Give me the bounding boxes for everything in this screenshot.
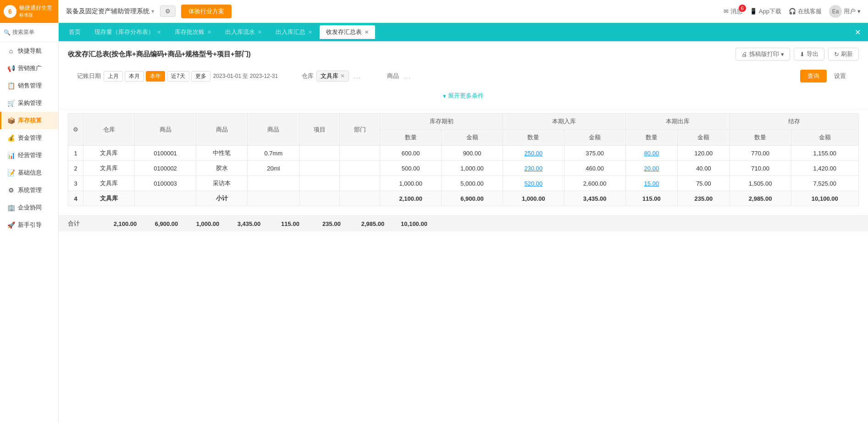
project-col-header: 项目 — [299, 114, 340, 146]
row-no: 4 — [68, 191, 83, 206]
settings-gear-button[interactable]: ⚙ — [160, 5, 176, 17]
user-button[interactable]: Ea 用户 ▾ — [829, 5, 861, 18]
sidebar-item-operations[interactable]: 📊 经营管理 — [0, 147, 58, 164]
bottom-total-bar: 合计 2,100.00 6,900.00 1,000.00 3,435.00 1… — [59, 215, 868, 231]
sidebar-item-marketing[interactable]: 📢 营销推广 — [0, 60, 58, 77]
print-button[interactable]: 🖨 拣稿版打印 ▾ — [735, 48, 790, 60]
query-button[interactable]: 查询 — [800, 70, 827, 82]
tab-stock-dist[interactable]: 现存量（库存分布表） ✕ — [88, 25, 167, 39]
row-in-qty-link[interactable]: 250.00 — [524, 150, 542, 157]
row-out-qty[interactable]: 20.00 — [625, 161, 678, 176]
out-amt-header: 金额 — [678, 130, 730, 146]
warehouse-tag-close[interactable]: ✕ — [340, 73, 345, 79]
opening-group-header: 库存期初 — [380, 114, 503, 130]
sidebar-item-quick-nav[interactable]: ⌂ 快捷导航 — [0, 42, 58, 60]
message-button[interactable]: ✉ 6 消息 — [724, 7, 742, 16]
tab-batch-close[interactable]: ✕ — [207, 29, 211, 35]
sidebar-item-basic-info[interactable]: 📝 基础信息 — [0, 164, 58, 181]
more-dates-btn[interactable]: 更多 — [191, 71, 210, 82]
sidebar-item-inventory[interactable]: 📦 库存核算 — [0, 112, 58, 129]
row-project — [299, 146, 340, 161]
closing-qty-header: 数量 — [730, 130, 791, 146]
goods-name-col-header: 商品 — [196, 114, 247, 146]
tab-stock-dist-close[interactable]: ✕ — [157, 29, 161, 35]
row-out-qty[interactable]: 15.00 — [625, 176, 678, 191]
warehouse-more-dots[interactable]: ... — [352, 73, 363, 80]
out-group-header: 本期出库 — [625, 114, 730, 130]
sidebar-item-label: 销售管理 — [18, 82, 42, 90]
sidebar-item-guide[interactable]: 🚀 新手引导 — [0, 216, 58, 234]
row-in-qty-link[interactable]: 520.00 — [524, 180, 542, 187]
page-title-row: 收发存汇总表(按仓库+商品编码+商品+规格型号+项目+部门) 🖨 拣稿版打印 ▾… — [68, 48, 859, 60]
tab-recv-send[interactable]: 收发存汇总表 ✕ — [320, 25, 375, 39]
row-goods-name: 小计 — [196, 191, 247, 206]
last-7-days-btn[interactable]: 近7天 — [167, 71, 189, 82]
tab-batch[interactable]: 库存批次账 ✕ — [168, 25, 218, 39]
online-support-label: 在线客服 — [798, 7, 822, 16]
building-icon: 🏢 — [7, 204, 15, 211]
tab-inout-flow-close[interactable]: ✕ — [258, 29, 262, 35]
total-out-qty: 115.00 — [270, 220, 311, 227]
system-title-container[interactable]: 装备及固定资产辅助管理系统 ▾ — [66, 7, 155, 16]
sidebar-item-sales[interactable]: 📋 销售管理 — [0, 77, 58, 94]
department-col-header: 部门 — [340, 114, 380, 146]
table-settings-header[interactable]: ⚙ — [68, 114, 83, 146]
this-month-btn[interactable]: 本月 — [125, 71, 144, 82]
tab-recv-send-label: 收发存汇总表 — [326, 28, 362, 36]
sidebar-item-purchase[interactable]: 🛒 采购管理 — [0, 94, 58, 112]
sidebar-item-system[interactable]: ⚙ 系统管理 — [0, 181, 58, 199]
export-icon: ⬇ — [800, 51, 805, 58]
goods-more-dots[interactable]: ... — [402, 73, 413, 80]
app-download-button[interactable]: 📱 App下载 — [750, 7, 781, 16]
row-in-qty[interactable]: 520.00 — [503, 176, 564, 191]
tab-home[interactable]: 首页 — [62, 25, 87, 39]
sidebar-item-finance[interactable]: 💰 资金管理 — [0, 129, 58, 147]
page-content: 收发存汇总表(按仓库+商品编码+商品+规格型号+项目+部门) 🖨 拣稿版打印 ▾… — [59, 41, 868, 423]
tab-inout-summary-close[interactable]: ✕ — [308, 29, 312, 35]
print-icon: 🖨 — [741, 51, 747, 58]
sidebar-item-enterprise[interactable]: 🏢 企业协同 — [0, 199, 58, 216]
row-out-qty: 115.00 — [625, 191, 678, 206]
online-support-button[interactable]: 🎧 在线客服 — [789, 7, 822, 16]
tab-bar-close-button[interactable]: ✕ — [851, 28, 864, 37]
sidebar-item-label: 经营管理 — [18, 151, 42, 159]
search-menu-button[interactable]: 🔍 搜索菜单 — [4, 27, 55, 38]
row-out-qty-link[interactable]: 80.00 — [644, 150, 659, 157]
note-icon: 📝 — [7, 169, 15, 176]
search-icon: 🔍 — [4, 29, 11, 36]
trial-button[interactable]: 体验行业方案 — [181, 5, 232, 18]
row-in-qty-link[interactable]: 230.00 — [524, 165, 542, 172]
warehouse-tag[interactable]: 文具库 ✕ — [316, 71, 349, 82]
row-in-qty[interactable]: 230.00 — [503, 161, 564, 176]
row-out-amt: 40.00 — [678, 161, 730, 176]
row-out-qty-link[interactable]: 15.00 — [644, 180, 659, 187]
refresh-button[interactable]: ↻ 刷新 — [828, 48, 859, 60]
tab-inout-flow-label: 出入库流水 — [225, 28, 255, 36]
row-out-qty[interactable]: 80.00 — [625, 146, 678, 161]
row-out-amt: 75.00 — [678, 176, 730, 191]
gear-icon: ⚙ — [165, 8, 171, 15]
user-dropdown-icon: ▾ — [857, 8, 861, 15]
export-button[interactable]: ⬇ 导出 — [794, 48, 824, 60]
row-in-qty[interactable]: 250.00 — [503, 146, 564, 161]
row-department — [340, 176, 380, 191]
tab-inout-summary[interactable]: 出入库汇总 ✕ — [269, 25, 319, 39]
system-title: 装备及固定资产辅助管理系统 — [66, 7, 149, 16]
last-month-btn[interactable]: 上月 — [104, 71, 123, 82]
tab-inout-flow[interactable]: 出入库流水 ✕ — [219, 25, 268, 39]
total-values: 2,100.00 6,900.00 1,000.00 3,435.00 115.… — [105, 220, 435, 227]
sidebar-nav: ⌂ 快捷导航 📢 营销推广 📋 销售管理 🛒 采购管理 📦 库存核算 💰 资金管… — [0, 42, 58, 423]
row-close-amt: 7,525.00 — [791, 176, 858, 191]
row-close-qty: 1,505.00 — [730, 176, 791, 191]
expand-conditions-button[interactable]: ▾ 展开更多条件 — [443, 90, 484, 102]
tab-recv-send-close[interactable]: ✕ — [365, 29, 369, 35]
goods-filter-label: 商品 — [387, 72, 399, 80]
table-section: ⚙ 仓库 商品 商品 商品 项目 部门 库存期初 本期入库 本期出库 结存 数量 — [59, 113, 868, 215]
total-open-amt: 6,900.00 — [146, 220, 187, 227]
in-qty-header: 数量 — [503, 130, 564, 146]
row-department — [340, 146, 380, 161]
this-year-btn[interactable]: 本年 — [146, 71, 165, 82]
row-out-qty-link[interactable]: 20.00 — [644, 165, 659, 172]
row-goods-code: 0100002 — [135, 161, 196, 176]
settings-button[interactable]: 设置 — [830, 70, 850, 82]
